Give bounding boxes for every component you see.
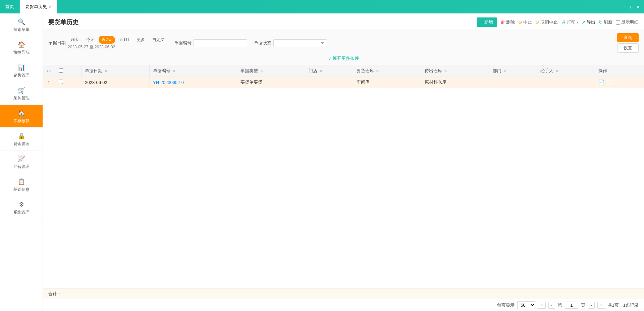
row-edit-icon[interactable]: 📄 [598,79,605,85]
date-btn-7days[interactable]: 近7天 [99,36,115,44]
print-arrow-icon: ▾ [577,20,578,24]
page-number-input[interactable] [565,302,578,309]
doc-type-column-header[interactable]: 单据类型 ⇅ [237,65,305,77]
row-delete-icon[interactable]: ⛶ [607,79,612,85]
print-button[interactable]: 🖨 打印 ▾ [561,19,578,25]
filter-row-1: 单据日期 昨天 今天 近7天 近1月 更多 自定义 2023-05-27 至 2… [48,33,639,53]
maximize-icon[interactable]: □ [630,4,633,9]
doc-no-column-header[interactable]: 单据编号 ⇅ [150,65,237,77]
tab-close-icon[interactable]: × [49,4,51,9]
op-label: 操作 [598,68,607,73]
pending-warehouse-column-header[interactable]: 待出仓库 ⇅ [421,65,489,77]
doc-date-sort-icon: ⇅ [105,69,107,73]
status-select[interactable] [273,39,327,47]
sidebar-item-sales-label: 销售管理 [13,73,30,78]
row-num: 1 [43,77,55,88]
refresh-button[interactable]: ↻ 刷新 [599,19,612,25]
doc-date-label: 单据日期 [85,68,102,73]
tab-requisition-history[interactable]: 要货单历史 × [20,0,57,13]
dept-column-header[interactable]: 部门 ⇅ [489,65,537,77]
delete-button[interactable]: 🗑 删除 [500,19,515,25]
cancel-stop-button[interactable]: ⊘ 取消中止 [535,19,558,25]
row-checkbox-cell [55,77,82,88]
sidebar-item-search-menu[interactable]: 🔍 搜索菜单 [0,13,43,36]
export-icon: ↗ [582,19,586,25]
settings-column-header[interactable]: ⚙ [43,65,55,77]
sidebar: 🔍 搜索菜单 🏠 快捷导航 📊 销售管理 🛒 采购管理 🏠 库存核算 🔒 资金管… [0,13,43,311]
req-warehouse-label: 要货仓库 [357,68,374,73]
query-button[interactable]: 查询 [617,33,639,42]
req-warehouse-column-header[interactable]: 要货仓库 ⇅ [353,65,421,77]
sidebar-item-inventory[interactable]: 🏠 库存核算 [0,105,43,128]
op-icons: 📄 ⛶ [598,79,640,85]
filter-bar: 单据日期 昨天 今天 近7天 近1月 更多 自定义 2023-05-27 至 2… [43,30,644,65]
query-buttons: 查询 设置 [617,33,639,53]
store-column-header[interactable]: 门店 ⇅ [305,65,353,77]
delete-icon: 🗑 [500,19,505,25]
date-btn-more[interactable]: 更多 [134,36,148,44]
sales-mgmt-icon: 📊 [18,64,25,71]
handler-column-header[interactable]: 经手人 ⇅ [537,65,595,77]
quick-nav-icon: 🏠 [18,41,25,48]
sidebar-item-basic-info[interactable]: 📋 基础信息 [0,173,43,196]
sidebar-item-purchase-label: 采购管理 [13,95,30,101]
system-mgmt-icon: ⚙ [19,201,24,208]
last-page-button[interactable]: » [597,302,605,309]
row-pending-warehouse: 原材料仓库 [421,77,489,88]
tab-home[interactable]: 首页 [0,0,20,13]
op-column-header: 操作 [595,65,644,77]
close-window-icon[interactable]: ✕ [636,4,640,9]
new-button[interactable]: + 新增 [477,17,497,27]
doc-no-input[interactable] [194,39,247,47]
date-filter-label: 单据日期 [48,40,66,46]
pending-warehouse-label: 待出仓库 [425,68,442,73]
row-checkbox[interactable] [59,80,63,84]
row-doc-no[interactable]: YH-20230602-0 [150,77,237,88]
show-detail-checkbox[interactable] [616,20,620,25]
sidebar-item-system-mgmt[interactable]: ⚙ 系统管理 [0,196,43,219]
sidebar-item-search-menu-label: 搜索菜单 [13,27,30,33]
handler-sort-icon: ⇅ [556,69,558,73]
date-btn-1month[interactable]: 近1月 [116,36,133,44]
set-button[interactable]: 设置 [617,43,639,53]
next-page-button[interactable]: › [588,302,595,309]
finance-mgmt-icon: 🔒 [18,132,25,140]
date-range-value: 2023-05-27 至 2023-06-02 [68,44,167,50]
table-container: ⚙ 单据日期 ⇅ 单据编号 ⇅ 单据类型 [43,65,644,288]
sidebar-item-finance-mgmt[interactable]: 🔒 资金管理 [0,128,43,150]
show-detail-toggle[interactable]: 显示明细 [616,19,639,25]
sidebar-item-quick-nav[interactable]: 🏠 快捷导航 [0,36,43,59]
per-page-select[interactable]: 50 20 100 [517,301,535,309]
row-req-warehouse: 车间库 [353,77,421,88]
export-button[interactable]: ↗ 导出 [582,19,595,25]
stop-button[interactable]: ⊘ 中止 [518,19,532,25]
expand-more-button[interactable]: ∨ 展开更多条件 [48,54,639,63]
doc-date-column-header[interactable]: 单据日期 ⇅ [82,65,150,77]
content-area: 要货单历史 + 新增 🗑 删除 ⊘ 中止 ⊘ 取消中止 🖨 打印 [43,13,644,311]
status-filter: 单据状态 [254,39,327,47]
table-row: 1 2023-06-02 YH-20230602-0 要货单要货 车间库 原材料… [43,77,644,88]
page-header: 要货单历史 + 新增 🗑 删除 ⊘ 中止 ⊘ 取消中止 🖨 打印 [43,13,644,30]
select-all-checkbox[interactable] [59,68,63,73]
date-btn-yesterday[interactable]: 昨天 [68,36,82,44]
top-bar: 首页 要货单历史 × － □ ✕ [0,0,644,13]
sidebar-item-ops-mgmt[interactable]: 📈 经营管理 [0,150,43,173]
doc-type-label: 单据类型 [240,68,258,73]
row-doc-date: 2023-06-02 [82,77,150,88]
date-btn-today[interactable]: 今天 [83,36,97,44]
pending-warehouse-sort-icon: ⇅ [444,69,447,73]
sidebar-item-sales-mgmt[interactable]: 📊 销售管理 [0,59,43,82]
table-header-row: ⚙ 单据日期 ⇅ 单据编号 ⇅ 单据类型 [43,65,644,77]
refresh-icon: ↻ [599,19,603,25]
sidebar-item-purchase-mgmt[interactable]: 🛒 采购管理 [0,82,43,105]
date-btn-custom[interactable]: 自定义 [149,36,167,44]
minimize-icon[interactable]: － [623,4,627,10]
data-table: ⚙ 单据日期 ⇅ 单据编号 ⇅ 单据类型 [43,65,644,88]
prev-page-button[interactable]: ‹ [548,302,555,309]
store-sort-icon: ⇅ [320,69,322,73]
basic-info-icon: 📋 [18,178,25,185]
checkbox-column-header [55,65,82,77]
first-page-button[interactable]: « [538,302,546,309]
window-controls: － □ ✕ [623,4,644,10]
table-footer: 合计： [43,288,644,299]
